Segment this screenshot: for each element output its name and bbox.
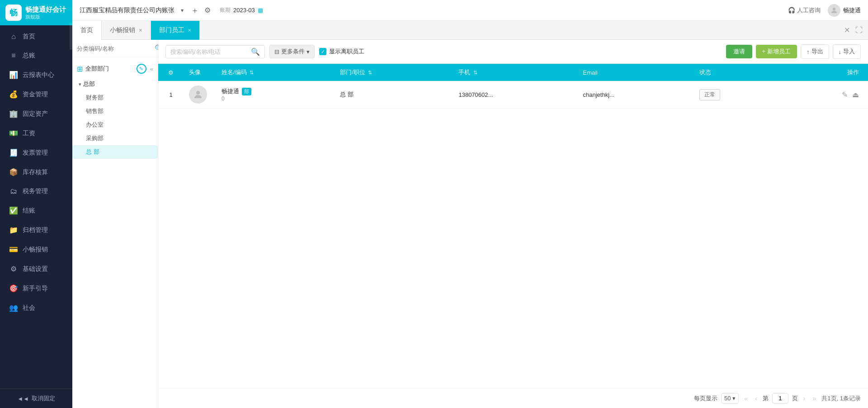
sidebar-item-social[interactable]: 👥 社会: [0, 298, 72, 318]
company-name[interactable]: 江西服宝精品有限责任公司内账张: [80, 6, 175, 14]
settings-icon: ⚙: [9, 265, 18, 273]
dept-child-finance[interactable]: 财务部: [72, 91, 158, 104]
close-window-button[interactable]: ✕: [842, 24, 852, 36]
header-right: 🎧 人工咨询 畅捷通: [788, 4, 861, 17]
svg-point-0: [833, 8, 835, 10]
guide-icon: 🎯: [9, 284, 18, 293]
page-size-dropdown-icon: ▾: [732, 395, 736, 402]
sidebar-item-guide[interactable]: 🎯 新手引导: [0, 279, 72, 298]
settings-col-icon: ⚙: [168, 69, 174, 76]
dept-child-sales[interactable]: 销售部: [72, 104, 158, 118]
tab-close-dept[interactable]: ×: [188, 27, 192, 33]
add-employee-button[interactable]: + 新增员工: [756, 45, 797, 58]
next-page-button[interactable]: ›: [802, 394, 807, 403]
show-resigned-checkbox[interactable]: [319, 48, 326, 55]
import-button[interactable]: ↓ 导入: [833, 44, 861, 59]
last-page-button[interactable]: »: [811, 394, 818, 403]
import-icon: ↓: [839, 48, 842, 55]
tab-expense[interactable]: 小畅报销 ×: [102, 21, 151, 40]
sidebar-item-invoice[interactable]: 🧾 发票管理: [0, 143, 72, 162]
delete-employee-button[interactable]: ⏏: [852, 90, 859, 99]
sidebar-item-close[interactable]: ✅ 结账: [0, 201, 72, 220]
employee-table-area: ⚙ 头像 姓名/编码 ⇅ 部门/职位 ⇅: [158, 64, 868, 388]
dept-search-input[interactable]: [77, 45, 153, 52]
sidebar-item-assets[interactable]: 🏢 固定资产: [0, 104, 72, 123]
dept-child-purchase[interactable]: 采购部: [72, 132, 158, 145]
toolbar: 🔍 ⊟ 更多条件 ▾ 显示离职员工 邀请 + 新增员工: [158, 40, 868, 64]
sidebar-item-home[interactable]: ⌂ 首页: [0, 27, 72, 46]
sidebar-item-tax[interactable]: 🗂 税务管理: [0, 182, 72, 201]
inventory-icon: 📦: [9, 168, 18, 176]
first-page-button[interactable]: «: [742, 394, 750, 403]
sidebar-item-settings[interactable]: ⚙ 基础设置: [0, 259, 72, 279]
filter-button[interactable]: ⊟ 更多条件 ▾: [269, 45, 315, 58]
dept-parent-hq[interactable]: ▾ 总部: [72, 77, 158, 91]
company-dropdown-icon[interactable]: ▾: [181, 7, 184, 14]
row-name-cell: 畅捷通 部 0: [216, 81, 335, 109]
sidebar-item-expense[interactable]: 💳 小畅报销: [0, 240, 72, 259]
col-phone[interactable]: 手机 ⇅: [453, 64, 577, 81]
expense-icon: 💳: [9, 245, 18, 254]
employee-table: ⚙ 头像 姓名/编码 ⇅ 部门/职位 ⇅: [158, 64, 868, 109]
sidebar-item-ledger[interactable]: ≡ 总账: [0, 46, 72, 65]
all-departments[interactable]: ⊞ 全部部门 ✎ «: [72, 60, 158, 77]
page-total: 共1页, 1条记录: [821, 394, 861, 403]
expand-window-button[interactable]: ⛶: [854, 24, 864, 36]
close-books-icon: ✅: [9, 206, 18, 215]
dept-child-office[interactable]: 办公室: [72, 118, 158, 132]
tab-home[interactable]: 首页: [72, 21, 102, 40]
col-action: 操作: [781, 64, 868, 81]
page-size-select[interactable]: 50 ▾: [721, 393, 739, 403]
page-number-input[interactable]: [772, 393, 788, 403]
col-dept[interactable]: 部门/职位 ⇅: [335, 64, 453, 81]
search-icon[interactable]: 🔍: [251, 47, 260, 56]
dept-group-hq: ▾ 总部 财务部 销售部 办公室 采购部: [72, 77, 158, 159]
row-status-cell: 正常: [694, 81, 781, 109]
sidebar-item-funds[interactable]: 💰 资金管理: [0, 85, 72, 104]
window-controls: ✕ ⛶: [842, 24, 868, 36]
pin-icon: ◄◄: [17, 395, 29, 402]
svg-point-1: [196, 91, 200, 95]
grid-icon: ⊞: [77, 65, 83, 73]
export-button[interactable]: ↑ 导出: [801, 44, 829, 59]
sidebar-unpin-button[interactable]: ◄◄ 取消固定: [0, 389, 72, 408]
reports-icon: 📊: [9, 71, 18, 79]
top-header: 江西服宝精品有限责任公司内账张 ▾ ＋ ⚙ 账期 2023-03 ▦ 🎧 人工咨…: [72, 0, 868, 21]
col-settings[interactable]: ⚙: [158, 64, 184, 81]
dept-child-hq[interactable]: 总 部: [72, 145, 158, 159]
table-row: 1 畅捷通 部: [158, 81, 868, 109]
row-dept-cell: 总 部: [335, 81, 453, 109]
status-badge: 正常: [699, 89, 720, 100]
header-settings-icon[interactable]: ⚙: [204, 6, 211, 14]
user-menu[interactable]: 畅捷通: [828, 4, 861, 17]
dept-collapse-button[interactable]: «: [150, 66, 153, 72]
dept-edit-button[interactable]: ✎: [137, 64, 146, 74]
sidebar-item-inventory[interactable]: 📦 库存核算: [0, 162, 72, 182]
row-avatar-cell: [184, 81, 216, 109]
dept-tree: ⊞ 全部部门 ✎ « ▾ 总部 财务部 销售部: [72, 57, 158, 408]
salary-icon: 💵: [9, 129, 18, 138]
col-status: 状态: [694, 64, 781, 81]
calendar-icon[interactable]: ▦: [258, 7, 263, 14]
sidebar-item-archive[interactable]: 📁 归档管理: [0, 220, 72, 240]
content-wrapper: 🔍 ⊞ 全部部门 ✎ « ▾ 总部 财务部: [72, 40, 868, 408]
invite-button[interactable]: 邀请: [726, 45, 752, 58]
tab-close-expense[interactable]: ×: [139, 27, 142, 33]
user-avatar: [828, 4, 840, 17]
sidebar-item-salary[interactable]: 💵 工资: [0, 123, 72, 143]
edit-employee-button[interactable]: ✎: [842, 90, 848, 99]
sidebar-logo[interactable]: 畅 畅捷通好会计 旗舰版: [0, 0, 72, 25]
add-company-button[interactable]: ＋: [191, 5, 199, 16]
prev-page-button[interactable]: ‹: [753, 394, 759, 403]
name-sort-icon: ⇅: [250, 70, 254, 75]
invoice-icon: 🧾: [9, 148, 18, 157]
tax-icon: 🗂: [9, 187, 18, 195]
col-avatar: 头像: [184, 64, 216, 81]
col-name[interactable]: 姓名/编码 ⇅: [216, 64, 335, 81]
tab-dept-employee[interactable]: 部门员工 ×: [151, 21, 200, 40]
employee-search-input[interactable]: [170, 48, 248, 55]
tabs-bar: 首页 小畅报销 × 部门员工 × ✕ ⛶: [72, 21, 868, 40]
sidebar-item-reports[interactable]: 📊 云报表中心: [0, 65, 72, 85]
support-button[interactable]: 🎧 人工咨询: [788, 6, 821, 14]
assets-icon: 🏢: [9, 109, 18, 118]
